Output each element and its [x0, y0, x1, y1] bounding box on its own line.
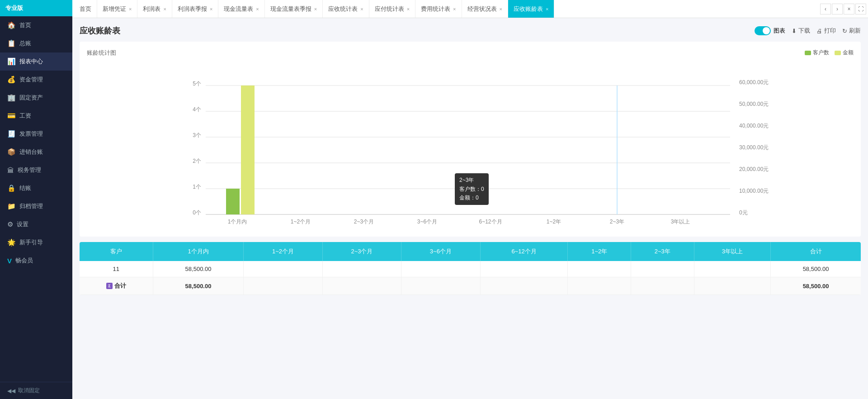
sidebar-item-tax[interactable]: 🏛 税务管理 [0, 161, 72, 179]
total-icon: Σ [106, 283, 113, 289]
tab-prev-button[interactable]: ‹ [820, 4, 831, 14]
row-customer: 11 [80, 261, 153, 277]
svg-text:0元: 0元 [739, 209, 748, 216]
total-month612 [480, 277, 568, 295]
sidebar-label-vip: 畅会员 [15, 256, 33, 265]
sidebar-item-capital[interactable]: 💰 资金管理 [0, 71, 72, 89]
sidebar-item-salary[interactable]: 💳 工资 [0, 107, 72, 125]
tab-cashflow-quarterly-close[interactable]: × [314, 6, 317, 12]
tab-profit-quarterly-close[interactable]: × [210, 6, 212, 12]
tab-cashflow-label: 现金流量表 [224, 5, 253, 13]
svg-text:5个: 5个 [193, 81, 201, 87]
table-row[interactable]: 11 58,500.00 58,500.00 [80, 261, 861, 277]
sidebar-item-inventory[interactable]: 📦 进销台账 [0, 143, 72, 161]
sidebar-label-salary: 工资 [19, 112, 31, 120]
svg-text:1~2个月: 1~2个月 [291, 218, 311, 225]
tab-operations[interactable]: 经营状况表 × [462, 0, 508, 18]
print-icon: 🖨 [816, 28, 822, 34]
legend-customer-label: 客户数 [813, 49, 829, 57]
svg-text:2~3个月: 2~3个月 [354, 218, 374, 225]
row-year12 [568, 261, 631, 277]
tab-new-voucher-close[interactable]: × [129, 6, 132, 12]
legend-customer-dot [805, 51, 811, 55]
sidebar-label-assets: 固定资产 [19, 94, 43, 102]
sidebar-item-assets[interactable]: 🏢 固定资产 [0, 89, 72, 107]
total-year23 [631, 277, 694, 295]
unpin-button[interactable]: ◀◀ 取消固定 [0, 382, 72, 399]
tab-expense-stats[interactable]: 费用统计表 × [415, 0, 462, 18]
tab-next-button[interactable]: › [832, 4, 843, 14]
sidebar-item-closing[interactable]: 🔒 结账 [0, 179, 72, 197]
sidebar: 专业版 🏠 首页 📋 总账 📊 报表中心 💰 资金管理 🏢 固定资产 💳 工资 … [0, 0, 72, 399]
guide-icon: 🌟 [7, 238, 16, 247]
row-month612 [480, 261, 568, 277]
tab-receivable-stats-label: 应收统计表 [328, 5, 358, 13]
tab-receivable-stats-close[interactable]: × [360, 6, 363, 12]
tab-operations-label: 经营状况表 [467, 5, 497, 13]
content-area: 应收账龄表 图表 ⬇ 下载 🖨 打印 ↻ 刷新 [72, 18, 868, 399]
legend-amount-dot [835, 51, 841, 55]
inventory-icon: 📦 [7, 148, 16, 156]
sidebar-item-guide[interactable]: 🌟 新手引导 [0, 233, 72, 252]
tab-home-label: 首页 [80, 5, 91, 13]
sidebar-item-home[interactable]: 🏠 首页 [0, 16, 72, 34]
tab-receivable-aging[interactable]: 应收账龄表 × [508, 0, 554, 18]
tab-profit-close[interactable]: × [163, 6, 166, 12]
tab-payable-stats-close[interactable]: × [407, 6, 410, 12]
tab-close-button[interactable]: × [844, 4, 854, 14]
sidebar-label-home: 首页 [19, 21, 31, 29]
page-title: 应收账龄表 [80, 25, 120, 36]
tab-operations-close[interactable]: × [500, 6, 502, 12]
tab-expense-stats-close[interactable]: × [453, 6, 456, 12]
col-customer: 客户 [80, 242, 153, 261]
download-label: 下载 [798, 27, 810, 35]
sidebar-label-ledger: 总账 [19, 39, 31, 48]
bar-month1-green[interactable] [226, 189, 240, 214]
tab-maximize-button[interactable]: ⛶ [855, 4, 866, 14]
tab-nav: ‹ › × ⛶ [820, 4, 866, 14]
tab-profit[interactable]: 利润表 × [137, 0, 172, 18]
total-year12 [568, 277, 631, 295]
sidebar-item-archive[interactable]: 📁 归档管理 [0, 197, 72, 215]
sidebar-item-settings[interactable]: ⚙ 设置 [0, 215, 72, 233]
page-actions: 图表 ⬇ 下载 🖨 打印 ↻ 刷新 [755, 26, 861, 35]
chart-toggle[interactable] [755, 26, 771, 35]
tab-home[interactable]: 首页 [74, 0, 97, 18]
svg-text:20,000.00元: 20,000.00元 [739, 166, 769, 172]
svg-text:2个: 2个 [193, 158, 201, 164]
bar-month1-yellow[interactable] [241, 86, 255, 214]
row-month12 [244, 261, 322, 277]
tab-cashflow-close[interactable]: × [256, 6, 259, 12]
chart-card: 账龄统计图 客户数 金额 0个 1个 2个 3个 4个 5个 [80, 42, 861, 237]
home-icon: 🏠 [7, 21, 16, 29]
svg-text:0个: 0个 [193, 209, 201, 216]
refresh-button[interactable]: ↻ 刷新 [842, 27, 861, 35]
col-year3plus: 3年以上 [694, 242, 771, 261]
tab-cashflow-quarterly[interactable]: 现金流量表季报 × [265, 0, 323, 18]
col-month23: 2~3个月 [322, 242, 401, 261]
unpin-label: 取消固定 [18, 387, 40, 394]
vip-icon: V [7, 257, 12, 265]
row-year23 [631, 261, 694, 277]
tab-new-voucher[interactable]: 新增凭证 × [97, 0, 137, 18]
sidebar-item-vip[interactable]: V 畅会员 [0, 252, 72, 270]
sidebar-item-invoice[interactable]: 🧾 发票管理 [0, 125, 72, 143]
tab-profit-quarterly-label: 利润表季报 [178, 5, 207, 13]
total-month23 [322, 277, 401, 295]
sidebar-label-capital: 资金管理 [19, 76, 43, 84]
col-month12: 1~2个月 [244, 242, 322, 261]
tab-receivable-aging-close[interactable]: × [546, 6, 548, 12]
chart-toggle-label: 图表 [774, 27, 785, 35]
assets-icon: 🏢 [7, 94, 16, 102]
tab-profit-quarterly[interactable]: 利润表季报 × [172, 0, 218, 18]
print-button[interactable]: 🖨 打印 [816, 27, 836, 35]
tab-receivable-stats[interactable]: 应收统计表 × [323, 0, 369, 18]
download-icon: ⬇ [792, 28, 797, 34]
tab-cashflow[interactable]: 现金流量表 × [218, 0, 264, 18]
download-button[interactable]: ⬇ 下载 [792, 27, 810, 35]
sidebar-item-ledger[interactable]: 📋 总账 [0, 34, 72, 52]
row-month1: 58,500.00 [153, 261, 244, 277]
tab-receivable-aging-label: 应收账龄表 [514, 5, 543, 13]
tab-payable-stats[interactable]: 应付统计表 × [369, 0, 415, 18]
sidebar-item-reports[interactable]: 📊 报表中心 [0, 52, 72, 71]
